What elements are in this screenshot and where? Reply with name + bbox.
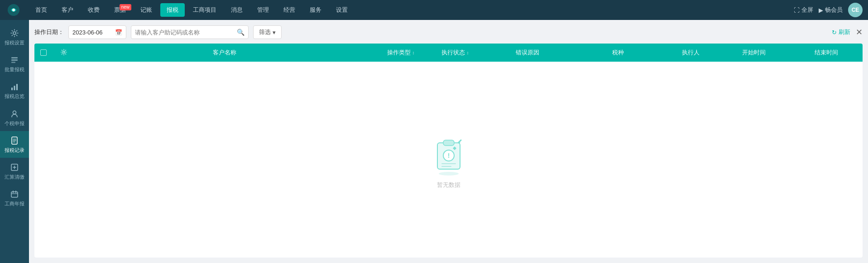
refresh-label: 刷新 — [839, 28, 850, 36]
search-wrap: 🔍 — [131, 25, 249, 39]
sidebar-item-piliang-baoshui[interactable]: 批量报税 — [0, 50, 29, 77]
th-label-customer-name: 客户名称 — [213, 49, 236, 57]
svg-rect-25 — [443, 140, 454, 146]
top-nav-right: ⛶ 全屏 ▶ 畅会员 CE — [794, 3, 863, 17]
toolbar: 操作日期： 📅 🔍 筛选 ▾ ↻ 刷新 ✕ — [34, 25, 863, 39]
nav-item-收费[interactable]: 收费 — [82, 3, 106, 17]
svg-rect-3 — [11, 57, 18, 58]
sidebar-item-label-huisuan-jiaona: 汇算清缴 — [5, 174, 24, 180]
th-label-tax-type: 税种 — [612, 49, 624, 57]
svg-text:!: ! — [447, 152, 450, 159]
table-scroll-area[interactable]: ! 暂无数据 — [34, 62, 863, 258]
sidebar: 报税设置批量报税报税总览个税申报报税记录汇算清缴工商年报 — [0, 20, 29, 263]
th-error-reason: 错误原因 — [482, 49, 573, 57]
nav-item-工商项目[interactable]: 工商项目 — [187, 3, 223, 17]
person-tax-icon — [10, 109, 19, 119]
main-layout: 报税设置批量报税报税总览个税申报报税记录汇算清缴工商年报 操作日期： 📅 🔍 筛… — [0, 20, 868, 263]
fullscreen-icon: ⛶ — [794, 7, 800, 14]
th-end-time: 结束时间 — [790, 49, 863, 57]
record-icon — [10, 136, 19, 146]
play-icon: ▶ — [819, 7, 823, 14]
th-label-operation-type: 操作类型 — [387, 49, 411, 57]
membership-label: 畅会员 — [825, 6, 843, 14]
th-exec-status[interactable]: 执行状态↕ — [428, 49, 482, 57]
refresh-button[interactable]: ↻ 刷新 — [832, 28, 850, 36]
nav-item-客户[interactable]: 客户 — [55, 3, 80, 17]
th-customer-name: 客户名称 — [75, 49, 374, 57]
search-input[interactable] — [135, 29, 235, 36]
th-start-time: 开始时间 — [718, 49, 790, 57]
calc-icon — [10, 162, 19, 172]
fullscreen-label: 全屏 — [801, 6, 813, 14]
sidebar-item-baoshui-zonglang[interactable]: 报税总览 — [0, 77, 29, 104]
settings-icon — [10, 28, 19, 38]
nav-items: 首页客户收费票据new记账报税工商项目消息管理经营服务设置 — [29, 3, 794, 17]
svg-rect-7 — [14, 86, 15, 90]
th-checkbox — [34, 49, 53, 56]
empty-text: 暂无数据 — [437, 181, 460, 189]
date-label: 操作日期： — [34, 28, 64, 36]
app-logo — [5, 2, 22, 18]
empty-state: ! 暂无数据 — [34, 62, 863, 258]
sidebar-item-baoshui-shezhi[interactable]: 报税设置 — [0, 24, 29, 50]
refresh-icon: ↻ — [832, 29, 837, 36]
column-settings-icon[interactable] — [60, 49, 67, 57]
calendar-icon[interactable]: 📅 — [115, 29, 122, 36]
nav-item-票据[interactable]: 票据new — [108, 3, 132, 17]
date-input-wrap: 📅 — [68, 25, 126, 39]
th-executor: 执行人 — [663, 49, 718, 57]
membership-button[interactable]: ▶ 畅会员 — [819, 6, 843, 14]
sidebar-item-geshuishenbao[interactable]: 个税申报 — [0, 104, 29, 131]
nav-badge: new — [120, 4, 131, 10]
sidebar-item-label-geshuishenbao: 个税申报 — [5, 121, 24, 127]
nav-item-记账[interactable]: 记账 — [134, 3, 158, 17]
svg-rect-8 — [16, 84, 18, 90]
sidebar-item-label-baoshui-jilu: 报税记录 — [5, 147, 24, 153]
th-label-start-time: 开始时间 — [742, 49, 766, 57]
nav-item-消息[interactable]: 消息 — [225, 3, 249, 17]
svg-rect-6 — [11, 88, 13, 90]
overview-icon — [10, 82, 19, 92]
table-container: 客户名称操作类型↕执行状态↕错误原因税种执行人开始时间结束时间 ! — [34, 44, 863, 258]
fullscreen-button[interactable]: ⛶ 全屏 — [794, 6, 813, 14]
sort-icon-operation-type[interactable]: ↕ — [412, 50, 415, 55]
svg-point-31 — [439, 172, 459, 175]
sidebar-item-gongshang-nianbao[interactable]: 工商年报 — [0, 185, 29, 211]
sidebar-item-label-baoshui-shezhi: 报税设置 — [5, 40, 24, 46]
date-input[interactable] — [72, 29, 113, 36]
nav-item-设置[interactable]: 设置 — [330, 3, 354, 17]
content-area: 操作日期： 📅 🔍 筛选 ▾ ↻ 刷新 ✕ 客户 — [29, 20, 868, 263]
svg-rect-5 — [11, 62, 15, 63]
avatar[interactable]: CE — [848, 3, 863, 17]
svg-point-2 — [13, 32, 16, 34]
svg-point-1 — [12, 9, 15, 11]
close-button[interactable]: ✕ — [856, 28, 863, 36]
sidebar-item-label-gongshang-nianbao: 工商年报 — [5, 201, 24, 207]
sidebar-item-huisuan-jiaona[interactable]: 汇算清缴 — [0, 158, 29, 185]
empty-illustration: ! — [428, 130, 469, 175]
table-header: 客户名称操作类型↕执行状态↕错误原因税种执行人开始时间结束时间 — [34, 44, 863, 62]
sort-icon-exec-status[interactable]: ↕ — [467, 50, 469, 55]
th-operation-type[interactable]: 操作类型↕ — [374, 49, 428, 57]
svg-rect-17 — [11, 192, 18, 197]
select-all-checkbox[interactable] — [40, 49, 47, 56]
th-label-error-reason: 错误原因 — [516, 49, 539, 57]
svg-point-9 — [13, 111, 16, 114]
nav-item-服务[interactable]: 服务 — [303, 3, 328, 17]
th-tax-type: 税种 — [573, 49, 663, 57]
th-settings — [53, 49, 75, 57]
th-label-exec-status: 执行状态 — [441, 49, 465, 57]
sidebar-item-baoshui-jilu[interactable]: 报税记录 — [0, 131, 29, 158]
batch-icon — [10, 55, 19, 65]
svg-point-21 — [63, 51, 65, 53]
nav-item-管理[interactable]: 管理 — [251, 3, 275, 17]
nav-item-经营[interactable]: 经营 — [277, 3, 302, 17]
search-icon[interactable]: 🔍 — [237, 29, 245, 36]
top-navigation: 首页客户收费票据new记账报税工商项目消息管理经营服务设置 ⛶ 全屏 ▶ 畅会员… — [0, 0, 868, 20]
th-label-end-time: 结束时间 — [815, 49, 838, 57]
svg-rect-4 — [11, 59, 18, 61]
filter-button[interactable]: 筛选 ▾ — [253, 25, 282, 39]
nav-item-首页[interactable]: 首页 — [29, 3, 53, 17]
chevron-down-icon: ▾ — [273, 29, 276, 36]
nav-item-报税[interactable]: 报税 — [160, 3, 185, 17]
